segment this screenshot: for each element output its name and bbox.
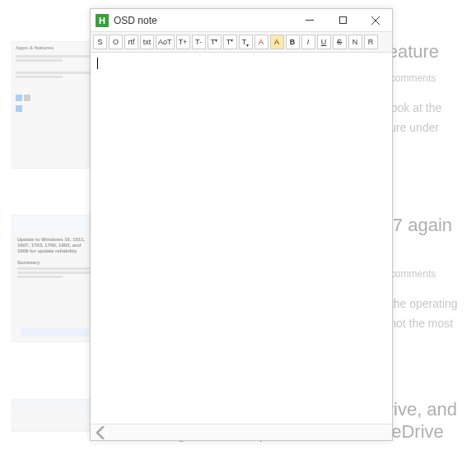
toolbar-font-increase-button[interactable]: T+ bbox=[176, 35, 190, 49]
window-controls bbox=[293, 9, 392, 31]
toolbar-bgcolor-button[interactable]: A bbox=[270, 35, 284, 49]
thumb-heading: Update to Windows 10, 1511, 1607, 1703, … bbox=[17, 237, 92, 255]
app-icon: H bbox=[96, 14, 109, 27]
toolbar-normal-button[interactable]: N bbox=[348, 35, 362, 49]
arrow-icon: ▾ bbox=[246, 42, 249, 48]
toolbar-align-right-button[interactable]: T▾ bbox=[239, 35, 253, 49]
maximize-button[interactable] bbox=[326, 9, 359, 31]
osd-note-window: H OSD note S O rtf txt AoT T+ T- T▾ T▾ T… bbox=[90, 8, 393, 441]
toolbar-s-button[interactable]: S bbox=[93, 35, 107, 49]
chevron-left-icon bbox=[96, 426, 109, 439]
toolbar-r-button[interactable]: R bbox=[364, 35, 378, 49]
arrow-icon: ▾ bbox=[215, 37, 217, 43]
close-icon bbox=[371, 16, 380, 25]
editor-area[interactable] bbox=[91, 53, 392, 424]
toolbar-aot-button[interactable]: AoT bbox=[156, 35, 175, 49]
close-button[interactable] bbox=[359, 9, 392, 31]
maximize-icon bbox=[339, 16, 347, 24]
toolbar-align-center-button[interactable]: T▾ bbox=[223, 35, 237, 49]
toolbar-align-left-button[interactable]: T▾ bbox=[208, 35, 222, 49]
minimize-icon bbox=[306, 20, 314, 21]
toolbar-font-decrease-button[interactable]: T- bbox=[192, 35, 206, 49]
article-thumbnail: Update to Windows 10, 1511, 1607, 1703, … bbox=[12, 215, 98, 342]
toolbar-rtf-button[interactable]: rtf bbox=[124, 35, 138, 49]
toolbar-bold-button[interactable]: B bbox=[286, 35, 300, 49]
toolbar-underline-button[interactable]: U bbox=[317, 35, 331, 49]
toolbar-italic-button[interactable]: I bbox=[301, 35, 315, 49]
toolbar: S O rtf txt AoT T+ T- T▾ T▾ T▾ A A B I U… bbox=[91, 32, 392, 53]
toolbar-strike-button[interactable]: S bbox=[333, 35, 347, 49]
toolbar-o-button[interactable]: O bbox=[109, 35, 123, 49]
toolbar-txt-button[interactable]: txt bbox=[140, 35, 154, 49]
minimize-button[interactable] bbox=[293, 9, 326, 31]
article-thumbnail: Apps & features bbox=[12, 41, 98, 169]
arrow-icon: ▾ bbox=[231, 37, 233, 43]
window-title: OSD note bbox=[114, 15, 293, 26]
titlebar[interactable]: H OSD note bbox=[91, 9, 392, 32]
prev-note-button[interactable] bbox=[96, 427, 109, 438]
article-thumbnail bbox=[12, 399, 98, 432]
statusbar bbox=[91, 424, 392, 440]
thumb-heading: Apps & features bbox=[16, 45, 94, 52]
text-caret bbox=[97, 58, 98, 69]
toolbar-fgcolor-button[interactable]: A bbox=[254, 35, 268, 49]
